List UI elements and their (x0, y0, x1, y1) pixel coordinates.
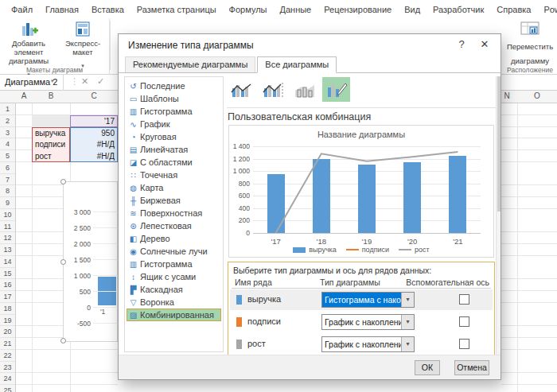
embedded-chart[interactable]: 3 0002 5002 0001 5001 0005000-500 '1 (63, 181, 118, 342)
sidebar-item-treemap[interactable]: ◧Дерево (127, 232, 221, 245)
sidebar-item-bar[interactable]: ▤Линейчатая (127, 143, 221, 156)
row-header-10[interactable]: 10 (0, 209, 15, 221)
cancel-entry-icon[interactable]: ✕ (81, 76, 88, 87)
subtype-custom-combination-icon[interactable] (322, 77, 350, 102)
sidebar-item-radar[interactable]: ⊛Лепестковая (127, 219, 221, 232)
row-header-13[interactable]: 13 (0, 244, 15, 256)
chart-resize-handle[interactable] (60, 179, 66, 184)
subtype-clustered-column-line-icon[interactable] (227, 77, 255, 102)
dialog-tab[interactable]: Все диаграммы (257, 56, 337, 73)
chart-resize-handle[interactable] (60, 338, 66, 343)
chart-type-dropdown[interactable]: Гистограмма с накоплен... ▾ (321, 292, 415, 308)
row-header-7[interactable]: 7 (0, 174, 15, 186)
row-header-3[interactable]: 3 (0, 127, 15, 139)
ribbon-tab-формулы[interactable]: Формулы (223, 2, 274, 17)
name-box-dropdown-icon[interactable]: ▾ (51, 78, 54, 84)
add-chart-element-icon (2, 20, 55, 39)
quick-layout-button[interactable]: Экспресс-макет▾ (56, 20, 109, 71)
dropdown-arrow-icon[interactable]: ▾ (401, 293, 414, 307)
row-header-6[interactable]: 6 (0, 162, 15, 174)
location-group: Переместить диаграмму Расположение (503, 18, 557, 75)
sidebar-item-histogram[interactable]: ▥Гистограмма (127, 258, 221, 270)
ribbon-tab-данные[interactable]: Данные (273, 2, 317, 17)
row-header-8[interactable]: 8 (0, 185, 15, 197)
cell-C2[interactable]: '17 (70, 115, 118, 127)
ribbon-tab-главная[interactable]: Главная (39, 2, 85, 17)
row-header-11[interactable]: 11 (0, 221, 15, 233)
formula-bar-options-icon[interactable]: ⋮ (70, 76, 79, 87)
row-header-25[interactable]: 25 (0, 385, 15, 392)
row-header-1[interactable]: 1 (0, 103, 15, 115)
row-header-23[interactable]: 23 (0, 362, 15, 374)
row-header-16[interactable]: 16 (0, 279, 15, 291)
row-header-21[interactable]: 21 (0, 338, 15, 350)
column-header-o[interactable]: O (517, 91, 557, 100)
close-icon[interactable]: ✕ (477, 38, 493, 50)
subtype-stacked-area-clustered-column-icon[interactable] (290, 77, 318, 102)
row-header-15[interactable]: 15 (0, 268, 15, 280)
sidebar-item-map[interactable]: ◍Карта (127, 181, 221, 194)
cell-B2[interactable] (32, 115, 70, 127)
dropdown-arrow-icon[interactable]: ▾ (401, 337, 414, 351)
ribbon-tab-разработчик[interactable]: Разработчик (427, 2, 490, 17)
sidebar-item-box-whisker[interactable]: ↕Ящик с усами (127, 270, 221, 283)
chart-type-dropdown[interactable]: График с накоплением ▾ (321, 336, 415, 352)
column-header-n[interactable]: N (501, 91, 512, 100)
move-chart-button[interactable]: Переместить диаграмму (503, 21, 557, 67)
secondary-axis-checkbox[interactable] (459, 316, 469, 327)
sidebar-item-surface[interactable]: ≋Поверхностная (127, 207, 221, 219)
sheet-grid-right[interactable] (501, 103, 557, 392)
sidebar-item-funnel[interactable]: ▽Воронка (127, 296, 221, 309)
dialog-tab[interactable]: Рекомендуемые диаграммы (125, 56, 255, 73)
cancel-button[interactable]: Отмена (454, 360, 489, 375)
sidebar-item-pie[interactable]: ◔Круговая (127, 130, 221, 143)
sidebar-item-scatter[interactable]: ∷Точечная (127, 169, 221, 181)
sidebar-item-line[interactable]: ∿График (127, 118, 221, 130)
row-header-9[interactable]: 9 (0, 197, 15, 209)
row-header-14[interactable]: 14 (0, 256, 15, 268)
ribbon-tab-файл[interactable]: Файл (5, 2, 39, 17)
row-header-17[interactable]: 17 (0, 291, 15, 303)
preview-chart-title: Название диаграммы (229, 130, 493, 139)
row-header-20[interactable]: 20 (0, 326, 15, 338)
ribbon-tab-справка[interactable]: Справка (490, 2, 537, 17)
column-header-c[interactable]: C (70, 91, 118, 100)
row-header-24[interactable]: 24 (0, 373, 15, 385)
secondary-axis-checkbox[interactable] (459, 294, 469, 305)
ribbon-tab-рецензирование[interactable]: Рецензирование (317, 2, 398, 17)
confirm-entry-icon[interactable]: ✓ (97, 76, 104, 87)
row-header-5[interactable]: 5 (0, 150, 15, 162)
range-B3-B5[interactable]: выручка подписи рост (32, 127, 70, 162)
sidebar-item-stock[interactable]: ╫Биржевая (127, 194, 221, 207)
sidebar-item-templates[interactable]: ▭Шаблоны (127, 92, 221, 105)
row-header-2[interactable]: 2 (0, 115, 15, 127)
ribbon-tab-вид[interactable]: Вид (398, 2, 427, 17)
sidebar-item-combo[interactable]: ▨Комбинированная (127, 309, 221, 321)
sidebar-item-area[interactable]: ◪С областями (127, 156, 221, 169)
ok-button[interactable]: ОК (415, 360, 440, 375)
column-header-a[interactable]: A (16, 91, 32, 100)
ribbon-tab-разметка-страницы[interactable]: Разметка страницы (130, 2, 223, 17)
row-header-18[interactable]: 18 (0, 303, 15, 315)
sidebar-item-sunburst[interactable]: ◉Солнечные лучи (127, 245, 221, 258)
ribbon-tab-вставка[interactable]: Вставка (85, 2, 130, 17)
row-header-19[interactable]: 19 (0, 315, 15, 327)
secondary-axis-checkbox[interactable] (459, 339, 469, 349)
row-headers[interactable]: 1234567891011121314151617181920212223242… (0, 103, 16, 392)
dialog-scrollbar[interactable] (496, 76, 501, 356)
chart-type-dropdown[interactable]: График с накоплением ▾ (321, 314, 415, 330)
help-icon[interactable]: ? (454, 38, 469, 50)
sidebar-item-waterfall[interactable]: ▛Каскадная (127, 283, 221, 296)
dropdown-arrow-icon[interactable]: ▾ (401, 315, 414, 329)
sidebar-item-column[interactable]: ▥Гистограмма (127, 105, 221, 118)
scrollbar-thumb[interactable] (497, 76, 501, 212)
name-box[interactable]: Диаграмма 2▾ (0, 75, 64, 91)
row-header-12[interactable]: 12 (0, 232, 15, 244)
row-header-22[interactable]: 22 (0, 350, 15, 362)
sidebar-item-recent[interactable]: ↺Последние (127, 80, 221, 92)
ribbon-tab-power-pivot[interactable]: Power Pivot (537, 2, 557, 17)
subtype-clustered-column-line-secondary-axis-icon[interactable] (259, 77, 286, 102)
range-C3-C5[interactable]: 950 #Н/Д #Н/Д (70, 127, 118, 162)
row-header-4[interactable]: 4 (0, 138, 15, 150)
column-header-b[interactable]: B (32, 91, 70, 100)
